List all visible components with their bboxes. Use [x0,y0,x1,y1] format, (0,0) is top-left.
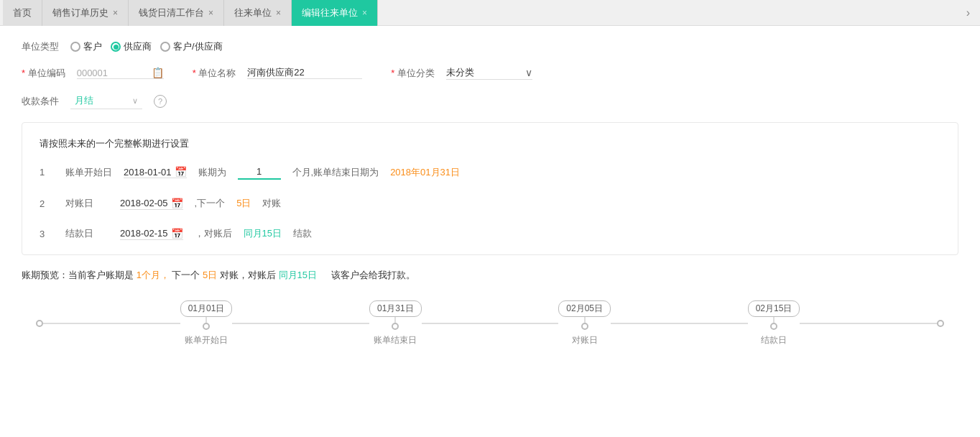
period-row-2-num: 2 [40,198,54,209]
tab-edit-related-unit[interactable]: 编辑往来单位 × [292,0,378,26]
period-row-1-num: 1 [40,167,54,178]
timeline-line-2 [232,323,369,324]
tab-sales-history-label: 销售订单历史 [52,6,108,19]
period-box-title: 请按照未来的一个完整帐期进行设置 [40,137,940,150]
period-row-1-calendar-icon[interactable]: 📅 [175,166,187,178]
timeline-node-3: 02月05日 对账日 [558,300,611,346]
radio-customer-supplier-circle [160,42,170,52]
timeline-node-1-desc: 账单开始日 [185,334,228,346]
unit-code-icon[interactable]: 📋 [152,67,164,78]
period-row-2-calendar-icon[interactable]: 📅 [171,198,183,209]
timeline-line-5 [800,323,937,324]
unit-name-label: 单位名称 [193,67,236,80]
preview-suffix [320,270,329,280]
timeline-node-4-stem [773,317,775,323]
period-row-2-date-value: 2018-02-05 [120,198,168,208]
period-row-3: 3 结款日 2018-02-15 📅 ，对账后 同月15日 结款 [40,227,940,240]
timeline-node-2-dot [392,323,399,330]
tab-cash-workbench[interactable]: 钱货日清工作台 × [129,0,224,26]
tab-sales-history-close[interactable]: × [113,8,118,18]
period-row-3-calendar-icon[interactable]: 📅 [171,228,183,239]
radio-supplier-circle [111,42,121,52]
timeline-node-2: 01月31日 账单结束日 [369,300,422,346]
unit-code-field: 📋 [77,67,164,79]
main-content: 单位类型 客户 供应商 客户/供应商 单位编码 📋 单位名称 单 [0,26,980,437]
period-row-1-date: 2018-01-01 📅 [124,166,187,178]
tab-home-label: 首页 [13,6,32,19]
period-row-3-num: 3 [40,229,54,239]
period-row-3-label: 结款日 [65,227,108,240]
tab-expand-button[interactable]: › [959,6,977,19]
tab-home[interactable]: 首页 [3,0,42,26]
tab-cash-workbench-label: 钱货日清工作台 [139,6,204,19]
timeline-end-dot [937,320,944,327]
timeline-line-3 [422,323,559,324]
period-settings-box: 请按照未来的一个完整帐期进行设置 1 账单开始日 2018-01-01 📅 账期… [22,122,958,255]
unit-type-radio-group: 客户 供应商 客户/供应商 [70,40,223,53]
tab-cash-workbench-close[interactable]: × [208,8,213,18]
period-row-3-day-highlight: 同月15日 [244,227,282,240]
timeline-node-3-label: 02月05日 [558,300,611,317]
timeline-node-3-stem [584,317,586,323]
radio-customer[interactable]: 客户 [70,40,102,53]
period-row-1: 1 账单开始日 2018-01-01 📅 账期为 个月,账单结束日期为 2018… [40,165,940,180]
timeline-node-4-desc: 结款日 [761,334,787,346]
timeline-node-4: 02月15日 结款日 [748,300,800,346]
preview-text: 账期预览：当前客户账期是 1个月， 下一个 5日 对账，对账后 同月15日 该客… [22,267,958,283]
timeline-node-1-label: 01月01日 [180,300,233,317]
period-row-2-date: 2018-02-05 📅 [120,198,183,210]
radio-customer-supplier[interactable]: 客户/供应商 [160,40,223,53]
unit-category-value: 未分类 [446,66,521,79]
timeline-start-dot [36,320,43,327]
timeline-node-1: 01月01日 账单开始日 [180,300,233,346]
radio-supplier[interactable]: 供应商 [111,40,152,53]
radio-customer-circle [70,42,80,52]
timeline-node-2-label: 01月31日 [369,300,422,317]
radio-customer-label: 客户 [83,40,102,53]
tab-edit-related-unit-close[interactable]: × [362,8,367,18]
payment-terms-dropdown[interactable]: 月结 ∨ [70,93,142,109]
timeline-node-1-dot [203,323,210,330]
preview-middle2: 对账，对账后 [220,270,276,280]
unit-code-input[interactable] [77,68,149,78]
tab-bar: 首页 销售订单历史 × 钱货日清工作台 × 往来单位 × 编辑往来单位 × › [0,0,980,26]
tab-related-unit[interactable]: 往来单位 × [224,0,292,26]
radio-customer-supplier-label: 客户/供应商 [173,40,223,53]
unit-name-input[interactable] [247,68,362,78]
period-row-3-suffix: 结款 [293,227,312,240]
dropdown-arrow-icon: ∨ [132,96,138,106]
preview-highlight2: 5日 [203,270,217,280]
period-months-input[interactable] [238,165,281,180]
chevron-down-icon: ∨ [525,67,532,78]
period-row-3-date: 2018-02-15 📅 [120,228,183,240]
period-row-2-label: 对账日 [65,197,108,210]
radio-supplier-label: 供应商 [124,40,152,53]
help-icon[interactable]: ? [154,95,167,108]
period-row-2: 2 对账日 2018-02-05 📅 ,下一个 5日 对账 [40,197,940,210]
unit-type-label: 单位类型 [22,40,59,53]
tab-sales-history[interactable]: 销售订单历史 × [42,0,129,26]
timeline-line-1 [43,323,180,324]
tab-related-unit-label: 往来单位 [234,6,272,19]
tab-edit-related-unit-label: 编辑往来单位 [302,6,358,19]
timeline-node-4-dot [770,323,777,330]
preview-prefix: 账期预览：当前客户账期是 [22,270,134,280]
period-row-3-date-value: 2018-02-15 [120,228,168,239]
period-row-1-suffix: 个月,账单结束日期为 [292,166,379,179]
unit-info-row: 单位编码 📋 单位名称 单位分类 未分类 ∨ [22,66,958,80]
payment-terms-value: 月结 [75,94,129,107]
preview-middle1: 下一个 [172,270,200,280]
period-row-1-end-date: 2018年01月31日 [390,166,460,179]
unit-category-field[interactable]: 未分类 ∨ [446,66,532,80]
tab-related-unit-close[interactable]: × [276,8,281,18]
period-row-1-label-after: 账期为 [198,166,226,179]
unit-category-label: 单位分类 [391,67,435,80]
timeline-container: 01月01日 账单开始日 01月31日 账单结束日 02月05日 对账日 [22,300,958,346]
period-row-2-prefix: ,下一个 [195,197,226,210]
period-row-1-date-value: 2018-01-01 [124,167,172,178]
timeline-line-4 [611,323,748,324]
preview-highlight3: 同月15日 [279,270,317,280]
timeline-node-3-dot [581,323,588,330]
timeline-node-4-label: 02月15日 [748,300,800,317]
unit-name-field [247,68,362,79]
